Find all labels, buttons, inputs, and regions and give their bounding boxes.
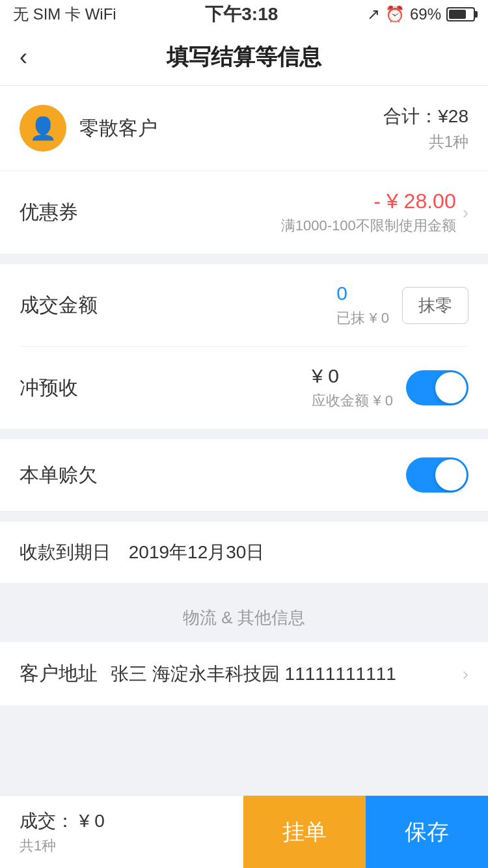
footer-count: 共1种	[20, 836, 224, 856]
coupon-chevron-icon: ›	[463, 202, 468, 223]
back-button[interactable]: ‹	[20, 44, 27, 71]
logistics-divider: 物流 & 其他信息	[0, 593, 488, 642]
charge-row: 冲预收 ¥ 0 应收金额 ¥ 0	[20, 347, 468, 429]
transaction-value: 0	[336, 282, 347, 304]
due-date-row: 收款到期日 2019年12月30日	[0, 521, 488, 583]
transaction-right: 0 已抹 ¥ 0 抹零	[336, 282, 468, 328]
avatar-icon: 👤	[29, 115, 57, 141]
battery-percent: 69%	[410, 5, 441, 23]
transaction-row: 成交金额 0 已抹 ¥ 0 抹零	[20, 264, 468, 347]
location-icon: ↗	[367, 5, 380, 23]
address-label: 客户地址	[20, 660, 98, 687]
customer-section: 👤 零散客户 合计：¥28 共1种 优惠券 - ¥ 28.00 满1000-10…	[0, 86, 488, 254]
save-button[interactable]: 保存	[366, 796, 488, 869]
footer-transaction: 成交： ¥ 0	[20, 809, 224, 834]
charge-right: ¥ 0 应收金额 ¥ 0	[312, 365, 468, 411]
debt-row: 本单赊欠	[20, 457, 468, 493]
status-left: 无 SIM 卡 WiFi	[13, 4, 116, 25]
debt-toggle[interactable]	[406, 457, 468, 493]
no-sim-text: 无 SIM 卡 WiFi	[13, 4, 116, 25]
coupon-discount: - ¥ 28.00	[281, 189, 456, 213]
customer-row: 👤 零散客户 合计：¥28 共1种	[0, 86, 488, 170]
alarm-icon: ⏰	[385, 5, 405, 23]
charge-value: ¥ 0	[312, 365, 393, 387]
customer-total: 合计：¥28	[383, 104, 468, 129]
charge-toggle[interactable]	[406, 370, 468, 405]
footer-transaction-label: 成交：	[20, 811, 74, 831]
customer-count: 共1种	[383, 131, 468, 152]
address-section[interactable]: 客户地址 张三 海淀永丰科技园 11111111111 ›	[0, 642, 488, 705]
customer-right: 合计：¥28 共1种	[383, 104, 468, 152]
footer-transaction-value: ¥ 0	[79, 811, 105, 831]
round-button[interactable]: 抹零	[402, 287, 468, 324]
toggle-knob	[435, 372, 467, 403]
debt-section: 本单赊欠	[0, 439, 488, 511]
status-right: ↗ ⏰ 69%	[367, 5, 475, 23]
debt-label: 本单赊欠	[20, 462, 98, 489]
due-date-label: 收款到期日	[20, 542, 111, 562]
status-bar: 无 SIM 卡 WiFi 下午3:18 ↗ ⏰ 69%	[0, 0, 488, 29]
logistics-label: 物流 & 其他信息	[183, 608, 305, 627]
hold-button[interactable]: 挂单	[243, 796, 366, 869]
address-value: 张三 海淀永丰科技园 11111111111	[111, 662, 463, 686]
coupon-row[interactable]: 优惠券 - ¥ 28.00 满1000-100不限制使用金额 ›	[0, 170, 488, 254]
coupon-label: 优惠券	[20, 199, 78, 226]
footer: 成交： ¥ 0 共1种 挂单 保存	[0, 795, 488, 868]
page-title: 填写结算等信息	[167, 42, 321, 72]
charge-label: 冲预收	[20, 375, 78, 401]
customer-avatar: 👤	[20, 105, 66, 152]
status-time: 下午3:18	[205, 2, 278, 27]
coupon-info: - ¥ 28.00 满1000-100不限制使用金额	[281, 189, 456, 236]
customer-left: 👤 零散客户	[20, 105, 157, 152]
transaction-sub: 已抹 ¥ 0	[336, 308, 389, 328]
battery-icon	[446, 7, 475, 21]
customer-name: 零散客户	[79, 115, 157, 142]
nav-bar: ‹ 填写结算等信息	[0, 29, 488, 86]
coupon-right: - ¥ 28.00 满1000-100不限制使用金额 ›	[281, 189, 468, 236]
transaction-label: 成交金额	[20, 292, 98, 319]
debt-toggle-knob	[435, 459, 467, 491]
transaction-section: 成交金额 0 已抹 ¥ 0 抹零 冲预收 ¥ 0 应收金额 ¥ 0	[0, 264, 488, 429]
footer-info: 成交： ¥ 0 共1种	[0, 809, 243, 856]
coupon-desc: 满1000-100不限制使用金额	[281, 216, 456, 236]
due-date-value: 2019年12月30日	[129, 542, 265, 562]
charge-sub: 应收金额 ¥ 0	[312, 391, 393, 411]
address-chevron-icon: ›	[463, 664, 468, 685]
due-date-section: 收款到期日 2019年12月30日	[0, 521, 488, 583]
